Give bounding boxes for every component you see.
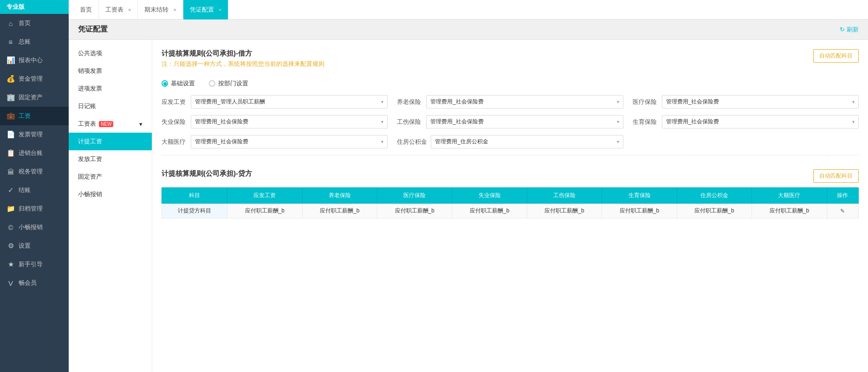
archive-icon: 📁 [6,205,15,213]
form-item-pension: 养老保险 管理费用_社会保险费 ▾ [397,95,623,109]
nav-salary-table[interactable]: 工资表 NEW ▾ [69,115,152,133]
sidebar-label: 总账 [19,38,31,46]
label-injury: 工伤保险 [397,118,422,126]
select-pension[interactable]: 管理费用_社会保险费 ▾ [426,95,623,109]
sidebar-item-settings[interactable]: ⚙ 设置 [0,237,69,255]
chevron-down-icon: ▾ [381,139,383,144]
nav-fixed-asset[interactable]: 固定资产 [69,168,152,186]
label-housing: 住房公积金 [397,138,427,146]
sidebar-label: 归档管理 [19,205,43,213]
section2-header: 计提核算规则(公司承担)-贷方 自动匹配科目 [162,169,859,183]
label-salary: 应发工资 [162,98,187,106]
close-icon[interactable]: × [219,7,221,13]
sidebar-item-asset[interactable]: 🏢 固定资产 [0,88,69,107]
td-pension-val: 应付职工薪酬_b [302,204,377,218]
th-maternity: 生育保险 [602,188,677,204]
sidebar-item-report[interactable]: 📊 报表中心 [0,51,69,70]
sidebar-item-invoice[interactable]: 📄 发票管理 [0,125,69,144]
select-housing[interactable]: 管理费用_住房公积金 ▾ [431,135,623,148]
nav-journal[interactable]: 日记账 [69,97,152,115]
tax-icon: 🏛 [6,168,15,176]
purchase-icon: 📋 [6,149,15,157]
radio-group: 基础设置 按部门设置 [162,79,859,88]
member-icon: V [6,279,15,287]
close-icon[interactable]: × [173,7,176,13]
select-large-medical[interactable]: 管理费用_社会保险费 ▾ [191,135,388,148]
form-item-unemployment: 失业保险 管理费用_社会保险费 ▾ [162,115,388,128]
nav-accrual-salary[interactable]: 计提工资 [69,133,152,150]
tab-home[interactable]: 首页 [73,0,99,19]
sidebar-item-purchase[interactable]: 📋 进销台账 [0,144,69,162]
new-badge: NEW [99,121,113,127]
radio-department[interactable]: 按部门设置 [209,79,248,88]
page-header: 凭证配置 ↻ 刷新 [69,19,868,40]
sidebar-item-tax[interactable]: 🏛 税务管理 [0,162,69,181]
radio-circle-department [209,80,215,87]
tab-voucher[interactable]: 凭证配置 × [183,0,228,19]
sidebar-label: 小畅报销 [19,223,43,231]
form-row-2: 失业保险 管理费用_社会保险费 ▾ 工伤保险 管理费用_社会保险费 ▾ [162,115,859,128]
sidebar-item-fund[interactable]: 💰 资金管理 [0,70,69,88]
sidebar-item-member[interactable]: V 畅会员 [0,274,69,292]
brand: 专业版 [0,0,69,14]
nav-small-reimburse[interactable]: 小畅报销 [69,186,152,203]
auto-match-button-2[interactable]: 自动匹配科目 [813,169,859,183]
refresh-button[interactable]: ↻ 刷新 [840,26,859,34]
label-large-medical: 大额医疗 [162,138,187,146]
sidebar-item-home[interactable]: ⌂ 首页 [0,14,69,32]
salary-icon: 💼 [6,112,15,120]
radio-label-department: 按部门设置 [218,79,248,88]
select-maternity[interactable]: 管理费用_社会保险费 ▾ [662,115,859,128]
nav-common-options[interactable]: 公共选项 [69,45,152,62]
sidebar-label: 新手引导 [19,260,43,269]
table-header-row: 科目 应发工资 养老保险 医疗保险 失业保险 工伤保险 生育保险 住房公积金 大… [162,188,859,204]
settings-icon: ⚙ [6,242,15,250]
nav-purchase-invoice[interactable]: 进项发票 [69,80,152,97]
guide-icon: ★ [6,260,15,269]
th-subject: 科目 [162,188,227,204]
sidebar-label: 税务管理 [19,167,43,176]
sidebar-label: 发票管理 [19,130,43,139]
credit-table: 科目 应发工资 养老保险 医疗保险 失业保险 工伤保险 生育保险 住房公积金 大… [162,187,859,218]
sidebar-item-checkout[interactable]: ✓ 结账 [0,181,69,199]
sidebar-item-archive[interactable]: 📁 归档管理 [0,199,69,218]
sidebar-label: 固定资产 [19,93,43,102]
sidebar-label: 首页 [19,19,31,27]
td-action[interactable]: ✎ [827,204,858,218]
chevron-down-icon: ▾ [381,119,383,124]
select-medical[interactable]: 管理费用_社会保险费 ▾ [662,95,859,109]
radio-label-basic: 基础设置 [171,79,195,88]
select-unemployment[interactable]: 管理费用_社会保险费 ▾ [191,115,388,128]
sidebar-label: 设置 [19,242,31,250]
auto-match-button-1[interactable]: 自动匹配科目 [813,49,859,63]
nav-sales-invoice[interactable]: 销项发票 [69,62,152,80]
tab-label: 首页 [80,6,92,14]
form-item-maternity: 生育保险 管理费用_社会保险费 ▾ [633,115,859,128]
sidebar-item-salary[interactable]: 💼 工资 [0,107,69,125]
tab-salary[interactable]: 工资表 × [99,0,138,19]
sidebar-label: 资金管理 [19,75,43,83]
sidebar-item-guide[interactable]: ★ 新手引导 [0,255,69,274]
th-medical: 医疗保险 [377,188,452,204]
td-maternity-val: 应付职工薪酬_b [602,204,677,218]
td-large-medical-val: 应付职工薪酬_b [752,204,827,218]
nav-pay-salary[interactable]: 发放工资 [69,150,152,168]
th-housing: 住房公积金 [677,188,751,204]
sidebar-item-ledger[interactable]: ≡ 总账 [0,32,69,51]
sidebar-label: 结账 [19,186,31,194]
asset-icon: 🏢 [6,93,15,102]
th-injury: 工伤保险 [527,188,602,204]
select-injury[interactable]: 管理费用_社会保险费 ▾ [426,115,623,128]
section1-note: 注：只能选择一种方式，系统将按照您当前的选择来配置规则 [162,60,324,68]
radio-basic[interactable]: 基础设置 [162,79,195,88]
tab-period[interactable]: 期末结转 × [138,0,183,19]
form-item-medical: 医疗保险 管理费用_社会保险费 ▾ [633,95,859,109]
chevron-down-icon: ▾ [852,99,855,104]
close-icon[interactable]: × [128,7,131,13]
report-icon: 📊 [6,56,15,64]
chevron-down-icon: ▾ [852,119,855,124]
page-title: 凭证配置 [78,25,108,34]
td-subject: 计提贷方科目 [162,204,227,218]
select-salary[interactable]: 管理费用_管理人员职工薪酬 ▾ [191,95,388,109]
sidebar-item-reimburse[interactable]: © 小畅报销 [0,218,69,237]
